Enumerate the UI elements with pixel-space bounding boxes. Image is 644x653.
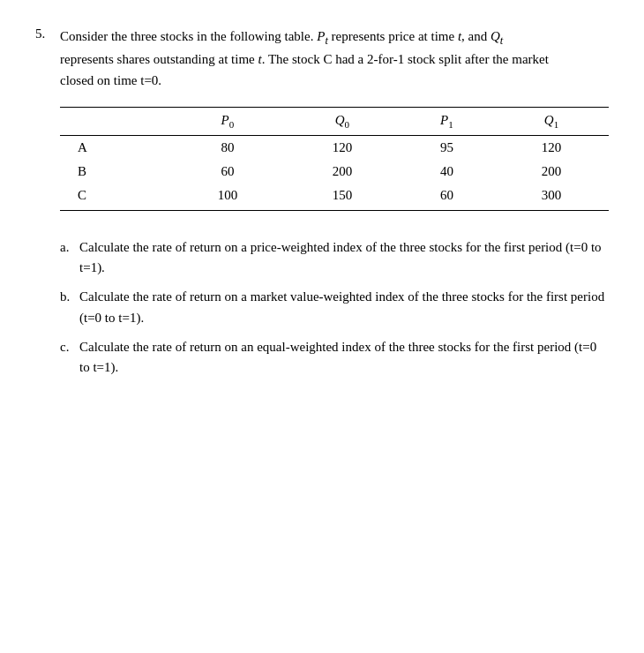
- cell-c-q0: 150: [285, 184, 400, 211]
- col-header-q1: Q1: [494, 107, 609, 135]
- table-row: C 100 150 60 300: [60, 184, 609, 211]
- cell-b-q1: 200: [494, 160, 609, 184]
- sub-label-b: b.: [60, 287, 79, 307]
- sub-label-c: c.: [60, 337, 79, 357]
- table-row: A 80 120 95 120: [60, 135, 609, 160]
- sub-question-c: c. Calculate the rate of return on an eq…: [60, 337, 609, 379]
- stock-label-c: C: [60, 184, 170, 211]
- sub-question-a: a. Calculate the rate of return on a pri…: [60, 237, 609, 279]
- cell-b-p0: 60: [170, 160, 285, 184]
- sub-question-b: b. Calculate the rate of return on a mar…: [60, 287, 609, 328]
- cell-a-p0: 80: [170, 135, 285, 160]
- cell-c-q1: 300: [494, 184, 609, 211]
- table-row: B 60 200 40 200: [60, 160, 609, 184]
- cell-b-p1: 40: [400, 160, 494, 184]
- cell-a-q1: 120: [494, 135, 609, 160]
- cell-c-p0: 100: [170, 184, 285, 211]
- stocks-table: P0 Q0 P1 Q1 A 80 120 95 120 B 60 200: [60, 107, 609, 211]
- col-header-p1: P1: [400, 107, 494, 135]
- intro-text-3: closed on time t=0.: [60, 73, 161, 87]
- col-header-p0: P0: [170, 107, 285, 135]
- col-header-q0: Q0: [285, 107, 400, 135]
- stock-label-a: A: [60, 135, 170, 160]
- question-number: 5.: [35, 26, 60, 41]
- cell-b-q0: 200: [285, 160, 400, 184]
- sub-text-b: Calculate the rate of return on a market…: [79, 287, 609, 328]
- sub-text-a: Calculate the rate of return on a price-…: [79, 237, 609, 279]
- cell-c-p1: 60: [400, 184, 494, 211]
- stock-label-b: B: [60, 160, 170, 184]
- question-header: 5. Consider the three stocks in the foll…: [35, 26, 609, 91]
- cell-a-p1: 95: [400, 135, 494, 160]
- sub-questions: a. Calculate the rate of return on a pri…: [60, 237, 609, 379]
- sub-text-c: Calculate the rate of return on an equal…: [79, 337, 609, 379]
- table-header-spacer: P0 Q0 P1 Q1: [60, 107, 609, 135]
- table-section: P0 Q0 P1 Q1 A 80 120 95 120 B 60 200: [60, 107, 609, 211]
- question-text: Consider the three stocks in the followi…: [60, 26, 549, 91]
- question-container: 5. Consider the three stocks in the foll…: [35, 26, 609, 378]
- intro-text-2: represents shares outstanding at time t.…: [60, 52, 549, 66]
- cell-a-q0: 120: [285, 135, 400, 160]
- sub-label-a: a.: [60, 237, 79, 258]
- intro-text-1: Consider the three stocks in the followi…: [60, 29, 503, 43]
